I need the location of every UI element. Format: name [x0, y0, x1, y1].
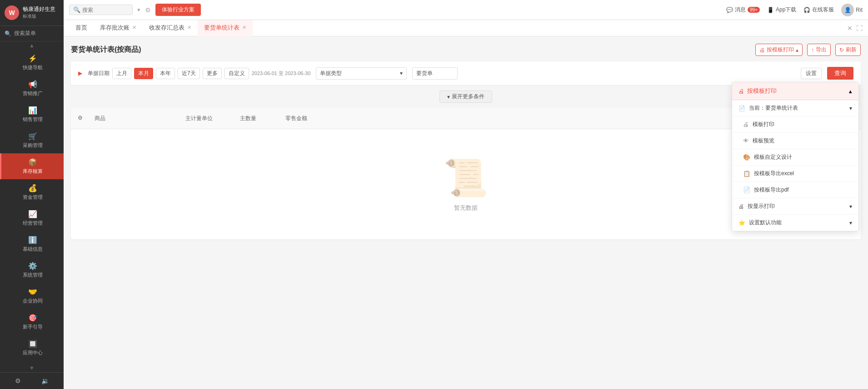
tab-receipt-summary-close[interactable]: ✕ [187, 25, 191, 30]
sidebar-item-collab[interactable]: 🤝 企业协同 [0, 283, 64, 309]
tab-inventory-batch[interactable]: 库存批次账 ✕ [94, 20, 143, 36]
refresh-btn[interactable]: ↻ 刷新 [835, 44, 861, 56]
date-btn-current[interactable]: 本月 [134, 68, 153, 79]
current-template-label: 当前：要货单统计表 [749, 104, 798, 112]
sidebar-item-operations[interactable]: 📈 经营管理 [0, 205, 64, 231]
topbar-search-input[interactable] [82, 7, 128, 13]
dropdown-header[interactable]: 🖨 按模板打印 ▴ [732, 82, 858, 100]
sidebar-item-label: 资金管理 [23, 194, 43, 201]
topbar-search-box[interactable]: 🔍 [69, 5, 133, 15]
page-actions: 🖨 按模板打印 ▴ ↑ 导出 ↻ 刷新 [755, 44, 861, 56]
print-template-label: 按模板打印 [767, 46, 794, 54]
dropdown-close-chevron[interactable]: ▴ [849, 88, 852, 95]
dropdown-display-print[interactable]: 🖨 按显示打印 ▾ [732, 198, 858, 215]
tab-maximize-icon[interactable]: ⛶ [856, 25, 863, 32]
tab-close-all-icon[interactable]: ✕ [847, 25, 853, 32]
sidebar-item-finance[interactable]: 💰 资金管理 [0, 179, 64, 205]
guide-icon: 🎯 [28, 313, 37, 322]
dropdown-item-template-design[interactable]: 🎨 模板自定义设计 [732, 149, 858, 166]
display-print-label: 按显示打印 [748, 202, 775, 210]
date-btn-custom[interactable]: 自定义 [224, 68, 249, 79]
user-avatar[interactable]: 👤 Rit [841, 4, 863, 16]
current-template-icon: 📄 [738, 105, 745, 111]
operations-icon: 📈 [28, 210, 37, 218]
tab-receipt-summary[interactable]: 收发存汇总表 ✕ [143, 20, 198, 36]
topbar-settings-icon[interactable]: ⚙ [145, 6, 151, 14]
filter-expand-btn[interactable]: ▶ [78, 70, 82, 76]
promo-btn[interactable]: 体验行业方案 [155, 4, 201, 16]
inventory-icon: 📦 [28, 158, 37, 167]
sidebar-item-appstore[interactable]: 🔲 应用中心 [0, 335, 64, 361]
sidebar-item-basic[interactable]: ℹ️ 基础信息 [0, 231, 64, 257]
online-service-btn[interactable]: 🎧 在线客服 [803, 6, 834, 14]
messages-icon: 💬 [726, 7, 733, 13]
chevron-up-icon: ▴ [796, 47, 798, 53]
sidebar-item-purchase[interactable]: 🛒 采购管理 [0, 127, 64, 153]
app-download-btn[interactable]: 📱 App下载 [767, 6, 796, 14]
sidebar-item-marketing[interactable]: 📢 营销推广 [0, 76, 64, 101]
logo-icon: W [5, 5, 19, 20]
expand-more-btn[interactable]: ▾ 展开更多条件 [439, 91, 492, 103]
date-btn-prev[interactable]: 上月 [112, 68, 131, 79]
type-filter-select[interactable]: 单据类型 ▾ [316, 67, 407, 80]
sidebar-item-label: 系统管理 [23, 272, 43, 278]
sidebar-item-label: 库存核算 [23, 168, 43, 175]
dropdown-item-export-excel[interactable]: 📋 按模板导出excel [732, 166, 858, 182]
sidebar-item-system[interactable]: ⚙️ 系统管理 [0, 257, 64, 283]
sidebar-scroll-down[interactable]: ▼ [0, 364, 64, 372]
th-retail-amount: 零售金额 [280, 113, 334, 124]
tab-order-stats[interactable]: 要货单统计表 ✕ [198, 20, 253, 36]
dropdown-item-template-print[interactable]: 🖨 模板打印 [732, 116, 858, 133]
app-name: 畅康通好生意 [23, 6, 55, 13]
sidebar-item-wechat[interactable]: 💬 企业微信 [0, 361, 64, 364]
tab-inventory-batch-close[interactable]: ✕ [132, 25, 136, 30]
basic-icon: ℹ️ [28, 236, 37, 244]
export-pdf-icon: 📄 [743, 187, 750, 193]
sidebar-item-quick-nav[interactable]: ⚡ 快捷导航 [0, 50, 64, 76]
collab-icon: 🤝 [28, 288, 37, 296]
export-label: 导出 [816, 46, 827, 54]
date-btn-7days[interactable]: 近7天 [178, 68, 200, 79]
empty-text: 暂无数据 [454, 204, 478, 212]
tab-home[interactable]: 首页 [69, 20, 94, 36]
sidebar-search[interactable]: 🔍 搜索菜单 [0, 26, 64, 41]
messages-btn[interactable]: 💬 消息 99+ [726, 6, 760, 14]
export-pdf-label: 按模板导出pdf [754, 186, 789, 194]
main-content: 🔍 ▾ ⚙ 体验行业方案 💬 消息 99+ 📱 App下载 🎧 在线客服 👤 R [64, 0, 868, 389]
date-btn-more[interactable]: 更多 [203, 68, 222, 79]
sidebar-item-label: 基础信息 [23, 246, 43, 253]
refresh-label: 刷新 [846, 46, 857, 54]
tab-order-stats-close[interactable]: ✕ [242, 25, 246, 30]
template-preview-icon: 👁 [743, 137, 749, 144]
sidebar-sound-btn[interactable]: 🔉 [41, 377, 49, 384]
sidebar-item-guide[interactable]: 🎯 新手引导 [0, 309, 64, 335]
export-btn[interactable]: ↑ 导出 [807, 44, 831, 56]
expand-arrow-icon: ▶ [78, 70, 82, 76]
dropdown-title: 按模板打印 [747, 87, 777, 95]
sidebar-item-inventory[interactable]: 📦 库存核算 [0, 153, 64, 179]
query-btn[interactable]: 查询 [827, 67, 853, 80]
date-filter-label: 单据日期 [88, 70, 110, 77]
th-settings[interactable]: ⚙ [71, 113, 89, 124]
date-btn-year[interactable]: 本年 [156, 68, 175, 79]
dropdown-current-template[interactable]: 📄 当前：要货单统计表 ▾ [732, 100, 858, 116]
topbar-dropdown-icon[interactable]: ▾ [137, 6, 140, 13]
dropdown-set-default[interactable]: ⭐ 设置默认功能 ▾ [732, 215, 858, 231]
finance-icon: 💰 [28, 184, 37, 192]
sidebar-settings-btn[interactable]: ⚙ [15, 377, 21, 384]
topbar-search-icon: 🔍 [73, 6, 80, 13]
service-icon: 🎧 [803, 7, 810, 13]
order-status-filter[interactable]: 要货单 [412, 67, 458, 80]
online-service-label: 在线客服 [812, 6, 834, 14]
settings-btn[interactable]: 设置 [801, 68, 822, 79]
quick-nav-icon: ⚡ [28, 54, 37, 63]
dropdown-group-left: 📄 当前：要货单统计表 [738, 104, 798, 112]
dropdown-item-export-pdf[interactable]: 📄 按模板导出pdf [732, 182, 858, 198]
print-template-dropdown: 🖨 按模板打印 ▴ 📄 当前：要货单统计表 ▾ 🖨 模板打印 👁 模板预览 [732, 82, 859, 232]
sidebar-item-sales[interactable]: 📊 销售管理 [0, 101, 64, 127]
export-excel-label: 按模板导出excel [754, 170, 794, 177]
print-template-btn[interactable]: 🖨 按模板打印 ▴ [755, 44, 803, 56]
dropdown-item-template-preview[interactable]: 👁 模板预览 [732, 133, 858, 149]
sidebar-scroll-up[interactable]: ▲ [0, 41, 64, 50]
dropdown-header-left: 🖨 按模板打印 [738, 87, 777, 95]
